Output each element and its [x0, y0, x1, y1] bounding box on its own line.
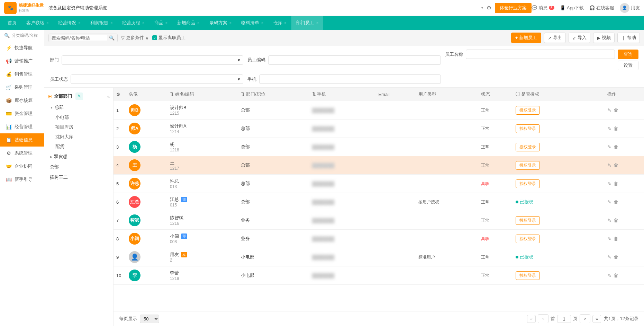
close-icon[interactable]: × [229, 21, 232, 25]
show-resigned-toggle[interactable]: ✓ 显示离职员工 [152, 35, 185, 41]
edit-button[interactable]: ✎ [607, 126, 611, 131]
video-button[interactable]: ▶ 视频 [593, 33, 615, 43]
close-icon[interactable]: × [261, 21, 263, 25]
auth-login-button[interactable]: 授权登录 [516, 216, 540, 225]
user-area[interactable]: 👤 用友 [620, 3, 640, 13]
first-page-button[interactable]: « [527, 315, 536, 323]
delete-button[interactable]: 🗑 [614, 144, 618, 150]
col-dept-pos[interactable]: ⇅ 部门/职位 [238, 88, 309, 101]
sidebar-item-purchase[interactable]: 🛒 采购管理 [0, 81, 44, 94]
delete-button[interactable]: 🗑 [614, 273, 618, 278]
auth-login-button[interactable]: 授权登录 [516, 161, 540, 170]
prev-page-button[interactable]: ＜ [538, 314, 548, 323]
tab-warehouse[interactable]: 仓库 × [269, 16, 291, 30]
trial-button[interactable]: 体验行业方案 [495, 3, 532, 13]
online-service-btn[interactable]: 🎧 在线客服 [589, 5, 614, 11]
sidebar-item-system[interactable]: ⚙ 系统管理 [0, 147, 44, 160]
col-name-code[interactable]: ⇅ 姓名/编码 [167, 88, 238, 101]
dept-child-peihuo[interactable]: 配货 [44, 142, 113, 151]
last-page-button[interactable]: » [592, 315, 601, 323]
dept-group-item-zongbu[interactable]: ▼ 总部 [44, 102, 113, 113]
edit-button[interactable]: ✎ [607, 254, 611, 260]
tab-history[interactable]: 经营历程 × [117, 16, 149, 30]
page-number-input[interactable] [557, 315, 571, 323]
tab-customer[interactable]: 客户联络 × [21, 16, 53, 30]
collapse-icon[interactable]: « [107, 94, 110, 99]
dept-child-xiaodianbu[interactable]: 小电部 [44, 113, 113, 122]
help-button[interactable]: ｜ 帮助 [617, 33, 640, 43]
next-page-button[interactable]: ＞ [580, 314, 590, 323]
dept-filter-select[interactable]: ▾ [62, 55, 243, 65]
sidebar-item-marketing[interactable]: 📢 营销推广 [0, 54, 44, 68]
edit-button[interactable]: ✎ [607, 218, 611, 223]
close-icon[interactable]: × [78, 21, 80, 25]
set-button[interactable]: 设置 [618, 61, 638, 70]
tab-add-goods[interactable]: 新增商品 × [172, 16, 204, 30]
edit-button[interactable]: ✎ [607, 273, 611, 278]
emp-code-input[interactable] [268, 55, 441, 65]
sidebar-item-operation[interactable]: 📊 经营管理 [0, 120, 44, 133]
delete-button[interactable]: 🗑 [614, 236, 618, 241]
page-size-select[interactable]: 10 20 50 100 [140, 315, 159, 323]
sidebar-search-area[interactable]: 🔍 分类编码/名称 [0, 30, 44, 41]
delete-button[interactable]: 🗑 [614, 126, 618, 131]
col-phone[interactable]: ⇅ 手机 [309, 88, 376, 101]
phone-input[interactable] [259, 74, 441, 84]
message-btn[interactable]: 💬 消息 5 [532, 5, 554, 11]
auth-login-button[interactable]: 授权登录 [516, 143, 540, 151]
sidebar-item-inventory[interactable]: 📦 库存核算 [0, 94, 44, 107]
close-icon[interactable]: × [197, 21, 199, 25]
tab-home[interactable]: 首页 [3, 16, 21, 30]
search-input-wrap[interactable]: 🔍 [48, 34, 118, 42]
app-download-btn[interactable]: 📱 App下载 [560, 5, 584, 11]
tab-business[interactable]: 经营情况 × [53, 16, 85, 30]
sidebar-item-basic[interactable]: 📋 基础信息 [0, 133, 44, 147]
tab-employees[interactable]: 部门员工 × [291, 16, 323, 30]
edit-button[interactable]: ✎ [607, 162, 611, 168]
sidebar-item-finance[interactable]: 💳 资金管理 [0, 107, 44, 120]
delete-button[interactable]: 🗑 [614, 181, 618, 186]
dept-child-shenyang[interactable]: 沈阳大库 [44, 132, 113, 142]
close-icon[interactable]: × [110, 21, 112, 25]
close-icon[interactable]: × [284, 21, 287, 25]
search-input[interactable] [52, 35, 107, 41]
auth-login-button[interactable]: 授权登录 [516, 179, 540, 188]
close-icon[interactable]: × [316, 21, 318, 25]
import-button[interactable]: ↙ 导入 [569, 33, 590, 43]
sidebar-item-guide[interactable]: 📖 新手引导 [0, 173, 44, 186]
emp-name-input[interactable] [466, 50, 615, 59]
auth-login-button[interactable]: 授权登录 [516, 106, 540, 115]
dept-child-project[interactable]: 项目库房 [44, 122, 113, 132]
delete-button[interactable]: 🗑 [614, 107, 618, 113]
close-icon[interactable]: × [142, 21, 144, 25]
export-button[interactable]: ↗ 导出 [544, 33, 566, 43]
tab-barcode[interactable]: 条码方案 × [205, 16, 236, 30]
all-dept-label[interactable]: 全部部门 [54, 93, 72, 99]
dept-group-item-chazhu[interactable]: 插树王二 [44, 172, 113, 183]
query-button[interactable]: 查询 [618, 50, 638, 59]
add-employee-button[interactable]: + 新增员工 [511, 33, 541, 43]
edit-button[interactable]: ✎ [607, 107, 611, 113]
auth-login-button[interactable]: 授权登录 [516, 235, 540, 243]
delete-button[interactable]: 🗑 [614, 218, 618, 223]
tab-profit[interactable]: 利润报告 × [85, 16, 117, 30]
auth-login-button[interactable]: 授权登录 [516, 124, 540, 133]
emp-status-select[interactable]: ▾ [71, 74, 243, 84]
tab-bom[interactable]: 物料清单 × [236, 16, 268, 30]
sidebar-item-collab[interactable]: 🤝 企业协同 [0, 160, 44, 173]
edit-button[interactable]: ✎ [607, 236, 611, 241]
delete-button[interactable]: 🗑 [614, 254, 618, 260]
delete-button[interactable]: 🗑 [614, 162, 618, 168]
close-icon[interactable]: × [46, 21, 48, 25]
edit-button[interactable]: ✎ [607, 199, 611, 205]
edit-button[interactable]: ✎ [607, 181, 611, 186]
settings-icon[interactable]: ⚙ [487, 5, 491, 11]
edit-button[interactable]: ✎ [607, 144, 611, 150]
tab-goods[interactable]: 商品 × [149, 16, 172, 30]
system-dropdown-arrow[interactable]: ▾ [481, 6, 483, 10]
dept-group-item-shuangpi[interactable]: ▶ 双皮想 [44, 151, 113, 162]
auth-login-button[interactable]: 授权登录 [516, 271, 540, 280]
more-filter-btn[interactable]: ▽ 更多条件 ∧ [121, 35, 149, 41]
sidebar-item-quicknav[interactable]: ⚡ 快捷导航 [0, 41, 44, 54]
delete-button[interactable]: 🗑 [614, 199, 618, 205]
